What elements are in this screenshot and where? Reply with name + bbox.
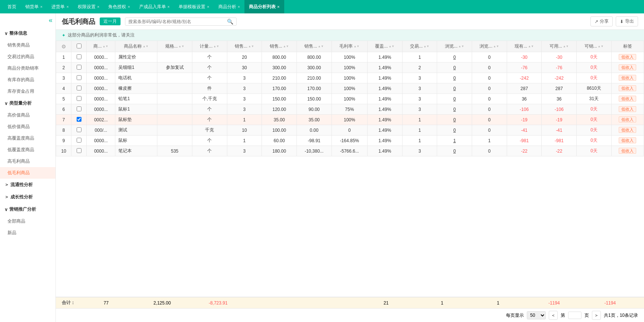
prev-page-button[interactable]: ＜ xyxy=(549,311,558,320)
sidebar-item-category-rate[interactable]: 商品分类助销率 xyxy=(0,63,55,74)
sort-icon[interactable]: ▲▼ xyxy=(353,45,359,48)
sort-icon[interactable]: ▲▼ xyxy=(493,45,499,48)
nav-template-settings[interactable]: 单据模板设置 × xyxy=(174,0,214,13)
sidebar-group-circulation[interactable]: ＞ 流通性分析 xyxy=(0,179,55,191)
row-checkbox[interactable] xyxy=(71,136,87,146)
row-checkbox[interactable] xyxy=(71,83,87,94)
search-box[interactable]: 🔍 xyxy=(125,17,237,26)
sidebar-group-type-analysis[interactable]: ∨ 类型量分析 xyxy=(0,97,55,109)
th-sales-price[interactable]: 销售...▲▼ xyxy=(262,41,297,52)
nav-home[interactable]: 首页 xyxy=(3,0,21,13)
sort-icon[interactable]: ▲▼ xyxy=(598,45,604,48)
current-page-input[interactable]: 1 xyxy=(568,312,581,319)
sort-icon[interactable]: ▲▼ xyxy=(528,45,534,48)
row-checkbox[interactable] xyxy=(71,52,87,63)
row-name[interactable]: 铅笔1 xyxy=(115,94,157,104)
th-code[interactable]: 商...▲▼ xyxy=(87,41,115,52)
row-browse1[interactable]: 1 xyxy=(437,136,472,146)
th-available[interactable]: 可用...▲▼ xyxy=(542,41,577,52)
page-size-select[interactable]: 10 20 50 100 xyxy=(527,311,546,319)
row-name[interactable]: 橡皮擦 xyxy=(115,83,157,94)
row-browse1[interactable]: 0 xyxy=(437,104,472,115)
sort-icon[interactable]: ▲▼ xyxy=(142,45,148,48)
th-trade-count[interactable]: 交易...▲▼ xyxy=(402,41,437,52)
settings-icon[interactable]: ⚙ xyxy=(61,44,66,50)
row-browse1[interactable]: 0 xyxy=(437,63,472,73)
sidebar-group-marketing[interactable]: ∨ 营销推广分析 xyxy=(0,203,55,216)
row-name[interactable]: 吴细细1 xyxy=(115,63,157,73)
th-current-stock[interactable]: 现有...▲▼ xyxy=(507,41,542,52)
th-sales-qty[interactable]: 销售...▲▼ xyxy=(227,41,262,52)
sort-icon[interactable]: ▲▼ xyxy=(213,45,219,48)
row-checkbox[interactable] xyxy=(71,73,87,83)
row-checkbox[interactable] xyxy=(71,94,87,104)
sidebar-item-traded-goods[interactable]: 交易过的商品 xyxy=(0,51,55,63)
row-name[interactable]: 电话机 xyxy=(115,73,157,83)
close-icon[interactable]: × xyxy=(128,4,130,9)
th-sales-amount[interactable]: 销售...▲▼ xyxy=(297,41,331,52)
sidebar-group-overall[interactable]: ∨ 整体信息 xyxy=(0,27,55,39)
th-browse2[interactable]: 浏览...▲▼ xyxy=(472,41,507,52)
th-unit[interactable]: 计量...▲▼ xyxy=(192,41,227,52)
sort-icon[interactable]: ▲▼ xyxy=(388,45,394,48)
nav-product-analysis[interactable]: 商品分析 × xyxy=(214,0,244,13)
th-checkbox[interactable] xyxy=(71,41,87,52)
th-sellable[interactable]: 可销...▲▼ xyxy=(577,41,612,52)
row-browse1[interactable]: 0 xyxy=(437,52,472,63)
row-checkbox[interactable] xyxy=(71,125,87,136)
th-settings[interactable]: ⚙ xyxy=(56,41,71,52)
row-browse1[interactable]: 0 xyxy=(437,94,472,104)
share-button[interactable]: ↗ 分享 xyxy=(590,16,613,26)
time-tag-btn[interactable]: 近一月 xyxy=(100,17,121,25)
nav-product-analysis-list[interactable]: 商品分析列表 × xyxy=(244,0,284,13)
close-icon[interactable]: × xyxy=(97,4,99,9)
sort-icon[interactable]: ▲▼ xyxy=(248,45,254,48)
search-icon[interactable]: 🔍 xyxy=(227,19,233,25)
th-name[interactable]: 商品名称▲▼ xyxy=(115,41,157,52)
nav-purchase-order[interactable]: 进货单 × xyxy=(47,0,73,13)
th-coverage[interactable]: 覆盖...▲▼ xyxy=(368,41,403,52)
sort-icon[interactable]: ▲▼ xyxy=(563,45,569,48)
row-name[interactable]: 测试 xyxy=(115,125,157,136)
row-name[interactable]: 笔记本 xyxy=(115,146,157,156)
sidebar-item-high-value[interactable]: 高价值商品 xyxy=(0,109,55,121)
sort-icon[interactable]: ▲▼ xyxy=(458,45,464,48)
sidebar-item-stocked-goods[interactable]: 有库存的商品 xyxy=(0,74,55,86)
sidebar-item-all-goods[interactable]: 全部商品 xyxy=(0,216,55,227)
th-tag[interactable]: 标签 xyxy=(611,41,644,52)
sidebar-group-growth[interactable]: ＞ 成长性分析 xyxy=(0,191,55,203)
row-browse1[interactable]: 0 xyxy=(437,125,472,136)
sort-icon[interactable]: ▲▼ xyxy=(318,45,324,48)
close-icon[interactable]: × xyxy=(66,4,68,9)
sidebar-item-low-coverage[interactable]: 低覆盖度商品 xyxy=(0,144,55,156)
sort-icon[interactable]: ▲▼ xyxy=(283,45,289,48)
table-wrapper[interactable]: ⚙ 商...▲▼ 商品名称▲▼ 规格...▲▼ 计量...▲▼ 销售...▲▼ … xyxy=(56,41,644,297)
sort-icon[interactable]: ▲▼ xyxy=(102,45,108,48)
sidebar-item-new-goods[interactable]: 新品 xyxy=(0,227,55,239)
row-browse1[interactable]: 0 xyxy=(437,83,472,94)
row-checkbox[interactable] xyxy=(71,115,87,125)
th-gross-rate[interactable]: 毛利率▲▼ xyxy=(331,41,367,52)
close-icon[interactable]: × xyxy=(167,4,170,9)
row-name[interactable]: 鼠标 xyxy=(115,136,157,146)
row-checkbox[interactable] xyxy=(71,104,87,115)
nav-permissions[interactable]: 权限设置 × xyxy=(73,0,104,13)
sidebar-item-inventory-capital[interactable]: 库存资金占用 xyxy=(0,86,55,97)
nav-roles[interactable]: 角色授权 × xyxy=(104,0,134,13)
sidebar-item-low-margin[interactable]: 低毛利商品 xyxy=(0,167,55,179)
select-all-checkbox[interactable] xyxy=(77,44,81,48)
export-button[interactable]: ⬇ 导出 xyxy=(616,16,638,26)
row-browse1[interactable]: 0 xyxy=(437,146,472,156)
next-page-button[interactable]: ＞ xyxy=(592,311,601,320)
sidebar-collapse-btn[interactable]: « xyxy=(49,16,52,24)
row-browse1[interactable]: 0 xyxy=(437,73,472,83)
th-browse1[interactable]: 浏览...▲▼ xyxy=(437,41,472,52)
nav-sales-order[interactable]: 销货单 × xyxy=(21,0,47,13)
search-input[interactable] xyxy=(128,19,227,24)
nav-finished-goods[interactable]: 产成品入库单 × xyxy=(135,0,174,13)
row-checkbox[interactable] xyxy=(71,63,87,73)
row-checkbox[interactable] xyxy=(71,146,87,156)
sidebar-item-low-value[interactable]: 低价值商品 xyxy=(0,121,55,133)
row-browse1[interactable]: 0 xyxy=(437,115,472,125)
close-icon[interactable]: × xyxy=(238,4,240,9)
